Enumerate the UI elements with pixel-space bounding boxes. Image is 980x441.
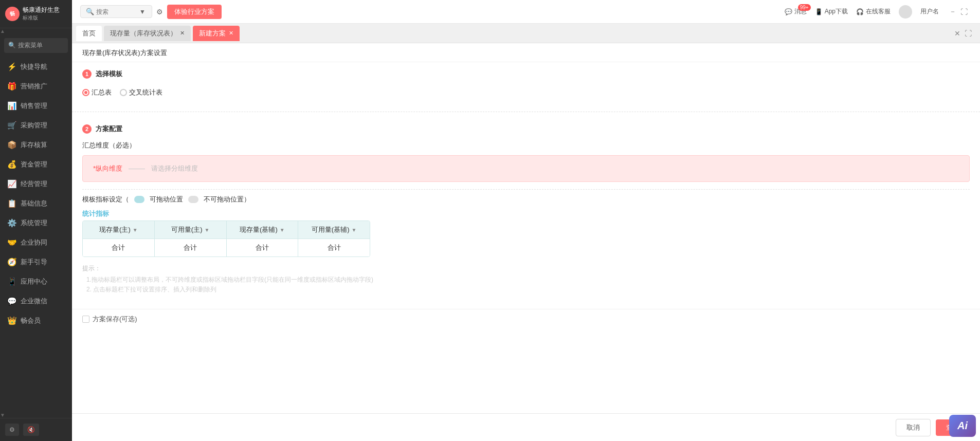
minimize-button[interactable]: －: [949, 7, 956, 16]
sidebar-item-label: 采购管理: [21, 121, 47, 130]
ai-badge[interactable]: Ai: [949, 415, 976, 437]
tab-home[interactable]: 首页: [76, 26, 102, 41]
col1-label: 可用量(主): [171, 225, 203, 234]
sidebar-item-app-center[interactable]: 📱 应用中心: [0, 272, 72, 291]
sidebar-item-label: 营销推广: [21, 82, 47, 91]
sidebar-item-corp-wechat[interactable]: 💬 企业微信: [0, 291, 72, 311]
sidebar-item-label: 企业协同: [21, 238, 47, 247]
tab-new-plan-label: 新建方案: [199, 29, 226, 38]
non-draggable-badge: [188, 196, 198, 203]
radio-cross-label: 交叉统计表: [129, 88, 162, 97]
service-icon: 🎧: [856, 8, 864, 15]
scroll-down-arrow[interactable]: ▼: [0, 412, 72, 418]
sidebar-item-label: 新手引导: [21, 258, 47, 267]
save-checkbox[interactable]: [82, 316, 89, 323]
dimension-placeholder[interactable]: 请选择分组维度: [151, 164, 198, 173]
step2-header: 2 方案配置: [82, 124, 970, 134]
sidebar-item-corp[interactable]: 🤝 企业协同: [0, 233, 72, 252]
sidebar-item-inventory[interactable]: 📦 库存核算: [0, 135, 72, 155]
members-icon: 👑: [7, 316, 16, 325]
topbar: 🔍 ▼ ⚙ 体验行业方案 💬 消息 99+ 📱 App下载 🎧 在线客服 用户: [72, 0, 980, 24]
step1-badge: 1: [82, 69, 92, 79]
sidebar-nav: ⚡ 快捷导航 🎁 营销推广 📊 销售管理 🛒 采购管理 📦 库存核算 💰 资金管…: [0, 57, 72, 412]
radio-cross[interactable]: 交叉统计表: [120, 88, 162, 97]
step2-title: 方案配置: [96, 124, 122, 134]
tip-item-0: 1.拖动标题栏可以调整布局，不可跨维度或指标区域拖动栏目字段(只能在同一维度或指…: [82, 275, 970, 285]
tab-close-icon[interactable]: ✕: [954, 29, 960, 38]
content-area: 现存量(库存状况表)方案设置 1 选择模板 汇总表 交叉统计表: [72, 43, 980, 413]
sidebar-item-basic[interactable]: 📋 基础信息: [0, 194, 72, 213]
stats-label: 统计指标: [82, 209, 970, 218]
stats-col-3[interactable]: 可用量(基辅) ▼: [298, 221, 370, 238]
sidebar-item-members[interactable]: 👑 畅会员: [0, 311, 72, 330]
tips-area: 提示： 1.拖动标题栏可以调整布局，不可跨维度或指标区域拖动栏目字段(只能在同一…: [82, 264, 970, 295]
sidebar-search[interactable]: 🔍 搜索菜单: [4, 38, 68, 53]
app-name: 畅康通好生意: [23, 6, 60, 14]
sidebar-item-quick-nav[interactable]: ⚡ 快捷导航: [0, 57, 72, 77]
sidebar-item-newbie[interactable]: 🧭 新手引导: [0, 252, 72, 272]
page-title: 现存量(库存状况表)方案设置: [72, 43, 980, 62]
step1-header: 1 选择模板: [82, 69, 970, 79]
sidebar-logo: 畅 畅康通好生意 标准版: [0, 0, 72, 28]
service-button[interactable]: 🎧 在线客服: [856, 7, 891, 16]
col0-chevron[interactable]: ▼: [133, 227, 138, 233]
message-button[interactable]: 💬 消息 99+: [785, 7, 807, 16]
sidebar-item-label: 销售管理: [21, 101, 47, 111]
app-download-button[interactable]: 📱 App下载: [815, 7, 848, 16]
sidebar-item-marketing[interactable]: 🎁 营销推广: [0, 77, 72, 96]
cancel-button[interactable]: 取消: [896, 419, 931, 436]
purchase-icon: 🛒: [7, 121, 16, 130]
indicator-non-draggable-label: 不可拖动位置）: [204, 195, 250, 204]
col2-label: 现存量(基辅): [240, 225, 278, 234]
stats-table-row: 合计 合计 合计 合计: [83, 238, 370, 256]
tab-new-plan[interactable]: 新建方案 ✕: [193, 26, 240, 41]
tabbar: 首页 现存量（库存状况表） ✕ 新建方案 ✕ ✕ ⛶: [72, 24, 980, 43]
col1-chevron[interactable]: ▼: [205, 227, 210, 233]
dimension-dash: ——: [129, 164, 145, 173]
tab-expand-icon[interactable]: ⛶: [965, 29, 972, 38]
app-download-label: App下载: [825, 7, 848, 16]
tab-inventory-status[interactable]: 现存量（库存状况表） ✕: [104, 26, 191, 41]
sidebar-item-system[interactable]: ⚙️ 系统管理: [0, 213, 72, 233]
sidebar-item-operation[interactable]: 📈 经营管理: [0, 174, 72, 194]
col3-chevron[interactable]: ▼: [352, 227, 357, 233]
tab-home-label: 首页: [82, 29, 96, 38]
stats-col-1[interactable]: 可用量(主) ▼: [155, 221, 227, 238]
settings-button[interactable]: ⚙: [5, 424, 19, 436]
stats-col-2[interactable]: 现存量(基辅) ▼: [227, 221, 299, 238]
indicator-setting-label: 模板指标设定（: [82, 195, 129, 204]
stats-col-0[interactable]: 现存量(主) ▼: [83, 221, 155, 238]
newbie-icon: 🧭: [7, 258, 16, 267]
user-avatar[interactable]: [899, 5, 912, 19]
indicator-draggable-label: 可拖动位置: [150, 195, 183, 204]
draggable-badge: [134, 196, 144, 203]
inner-divider: [82, 189, 970, 190]
tab-new-plan-close[interactable]: ✕: [229, 30, 233, 36]
sidebar-item-label: 资金管理: [21, 160, 47, 169]
topbar-gear-icon[interactable]: ⚙: [156, 8, 163, 16]
topbar-dropdown-icon[interactable]: ▼: [139, 8, 146, 15]
sidebar-item-finance[interactable]: 💰 资金管理: [0, 155, 72, 174]
trial-button[interactable]: 体验行业方案: [167, 5, 222, 19]
sidebar-item-label: 畅会员: [21, 316, 41, 325]
sidebar-item-purchase[interactable]: 🛒 采购管理: [0, 116, 72, 135]
sidebar-item-sales[interactable]: 📊 销售管理: [0, 96, 72, 116]
stats-table: 现存量(主) ▼ 可用量(主) ▼ 现存量(基辅) ▼ 可用量(基辅) ▼: [82, 220, 370, 257]
quick-nav-icon: ⚡: [7, 62, 16, 71]
scroll-up-arrow[interactable]: ▲: [0, 28, 72, 34]
stats-table-header: 现存量(主) ▼ 可用量(主) ▼ 现存量(基辅) ▼ 可用量(基辅) ▼: [83, 221, 370, 238]
tab-inventory-close[interactable]: ✕: [180, 30, 185, 36]
template-options: 汇总表 交叉统计表: [82, 86, 970, 99]
radio-summary[interactable]: 汇总表: [82, 88, 112, 97]
save-option-label: 方案保存(可选): [93, 315, 137, 324]
restore-button[interactable]: ⛶: [960, 8, 968, 16]
stats-cell-3: 合计: [298, 239, 370, 256]
topbar-search-input[interactable]: [96, 8, 137, 15]
col2-chevron[interactable]: ▼: [280, 227, 285, 233]
sidebar-item-label: 快捷导航: [21, 62, 47, 71]
search-icon: 🔍: [8, 42, 16, 49]
sound-button[interactable]: 🔇: [23, 424, 39, 436]
topbar-search-box[interactable]: 🔍 ▼: [80, 5, 152, 18]
sidebar-item-label: 企业微信: [21, 297, 47, 306]
step2-badge: 2: [82, 124, 92, 134]
